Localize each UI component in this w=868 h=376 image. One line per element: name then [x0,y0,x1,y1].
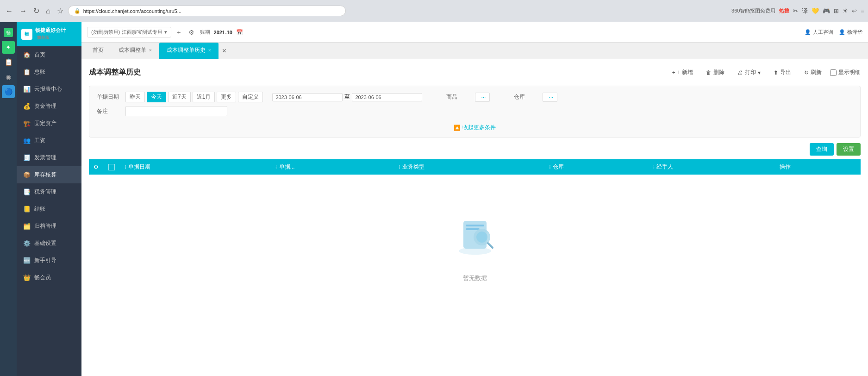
print-button[interactable]: 🖨 打印 ▾ [733,67,765,78]
select-all-checkbox[interactable] [108,164,115,170]
nav-item-label: 归档管理 [34,222,56,230]
svg-point-7 [476,232,487,243]
nav-item-税务管理[interactable]: 📑税务管理 [17,183,81,201]
col-actions: 操作 [775,159,861,175]
tab-cost-history[interactable]: 成本调整单历史 × [159,43,219,59]
forward-button[interactable]: → [18,6,29,16]
nav-item-固定资产[interactable]: 🏗️固定资产 [17,115,81,132]
date-btn-7days[interactable]: 近7天 [168,92,191,102]
nav-item-总账[interactable]: 📋总账 [17,63,81,81]
tab-cost-adjust[interactable]: 成本调整单 × [111,43,159,59]
refresh-button[interactable]: ↻ 刷新 [799,67,826,78]
user-name: 徐泽华 [847,29,862,36]
collapse-button[interactable]: 🔼 收起更多条件 [454,124,496,132]
url-bar[interactable]: 🔒 https://cloud.chanjet.com/accounting/u… [68,6,346,16]
warehouse-select[interactable]: ··· [543,93,557,102]
nav-item-icon: 📑 [23,188,31,195]
query-button[interactable]: 查询 [810,143,834,156]
nav-item-label: 固定资产 [34,119,56,127]
new-button[interactable]: + + 新增 [668,67,698,78]
wallet-icon[interactable]: 💛 [812,7,819,14]
settings-icon[interactable]: ☀ [843,7,848,14]
date-range: 至 [272,93,422,101]
col-type[interactable]: ↕ 业务类型 [393,159,544,175]
add-company-button[interactable]: + [175,28,182,37]
col-date[interactable]: ↕ 单据日期 [119,159,270,175]
tab-home[interactable]: 首页 [85,43,111,59]
filter-date-buttons: 昨天 今天 近7天 近1月 更多 自定义 [125,92,263,102]
col-handler[interactable]: ↕ 经手人 [648,159,775,175]
bookmark-button[interactable]: ☆ [55,6,65,16]
icon-sidebar-item-1[interactable]: 📋 [2,56,15,69]
back-button[interactable]: ← [4,6,15,16]
calendar-icon[interactable]: 📅 [236,29,243,36]
warehouse-more-btn[interactable]: ··· [549,94,553,100]
nav-header: 畅 畅捷通好会计 旗舰版 [17,22,81,46]
col-number-label: ↕ 单据... [275,163,294,170]
menu-icon[interactable]: ≡ [861,7,864,14]
refresh-icon: ↻ [804,69,809,76]
tab-bar: 首页 成本调整单 × 成本调整单历史 × × [81,43,868,59]
url-text: https://cloud.chanjet.com/accounting/uru… [83,8,181,14]
date-btn-custom[interactable]: 自定义 [238,92,263,102]
page-actions: + + 新增 🗑 删除 🖨 打印 ▾ ⬆ 导出 [668,67,861,78]
consult-button[interactable]: 👤 人工咨询 [805,29,833,36]
tab-cost-adjust-close[interactable]: × [149,48,152,53]
settings-gear-icon[interactable]: ⚙ [187,28,196,37]
date-from-input[interactable] [272,93,343,101]
date-btn-yesterday[interactable]: 昨天 [125,92,145,102]
game-icon[interactable]: 🎮 [823,7,830,14]
show-col-toggle[interactable]: 显示明细 [830,69,861,76]
icon-sidebar-green[interactable]: ✦ [2,41,15,54]
nav-item-工资[interactable]: 👥工资 [17,132,81,149]
table-gear-col[interactable]: ⚙ [89,159,104,175]
product-select[interactable]: ··· [475,93,490,102]
export-button[interactable]: ⬆ 导出 [769,67,796,78]
remark-input[interactable] [125,106,227,116]
page-title: 成本调整单历史 [89,68,141,77]
empty-state: 暂无数据 [89,175,861,320]
settings-button[interactable]: 设置 [837,143,861,156]
period-value: 2021-10 [214,30,232,35]
date-btn-today[interactable]: 今天 [147,92,166,102]
nav-item-归档管理[interactable]: 🗂️归档管理 [17,218,81,235]
plus-icon: + [672,69,675,76]
date-btn-1month[interactable]: 近1月 [193,92,215,102]
nav-item-新手引导[interactable]: 🆕新手引导 [17,252,81,269]
top-bar-left: (勿删勿禁用) 江西服宝测试专用 ▾ + ⚙ 账期 2021-10 📅 [87,27,801,38]
company-selector[interactable]: (勿删勿禁用) 江西服宝测试专用 ▾ [87,27,171,38]
nav-item-发票管理[interactable]: 🧾发票管理 [17,149,81,166]
icon-sidebar-item-active[interactable]: 🔵 [2,85,15,98]
nav-item-首页[interactable]: 🏠首页 [17,46,81,63]
nav-logo-icon: 畅 [21,29,32,40]
translate-icon[interactable]: 译 [802,7,808,15]
col-number[interactable]: ↕ 单据... [270,159,393,175]
tab-cost-history-close[interactable]: × [208,48,211,53]
close-all-tabs-button[interactable]: × [219,45,230,57]
nav-item-label: 畅会员 [34,274,51,282]
nav-item-结账[interactable]: 📒结账 [17,201,81,218]
product-more-btn[interactable]: ··· [481,94,486,100]
nav-item-云报表中心[interactable]: 📊云报表中心 [17,81,81,98]
delete-button[interactable]: 🗑 删除 [701,67,729,78]
nav-item-label: 工资 [34,137,45,144]
data-table: ⚙ ↕ 单据日期 ↕ 单据... ↕ 业务类型 [89,159,861,175]
grid-icon[interactable]: ⊞ [834,7,839,14]
refresh-button[interactable]: ↻ [31,6,41,16]
home-button[interactable]: ⌂ [44,6,52,16]
col-warehouse[interactable]: ↕ 仓库 [544,159,648,175]
user-avatar[interactable]: 👤 徐泽华 [839,29,862,36]
nav-item-资金管理[interactable]: 💰资金管理 [17,98,81,115]
browser-actions: 360智能抠图免费用 热搜 ✂ 译 💛 🎮 ⊞ ☀ ↩ ≡ [731,7,864,15]
undo-icon[interactable]: ↩ [852,7,857,14]
nav-item-icon: ⚙️ [23,240,31,247]
date-btn-more[interactable]: 更多 [217,92,236,102]
nav-item-畅会员[interactable]: 👑畅会员 [17,269,81,286]
date-to-input[interactable] [352,93,422,101]
nav-item-基础设置[interactable]: ⚙️基础设置 [17,235,81,252]
show-col-checkbox[interactable] [830,69,837,76]
icon-sidebar-item-2[interactable]: ◉ [2,70,15,83]
scissors-icon[interactable]: ✂ [793,7,798,14]
table-checkbox-col[interactable] [104,159,119,175]
nav-item-库存核算[interactable]: 📦库存核算 [17,166,81,183]
